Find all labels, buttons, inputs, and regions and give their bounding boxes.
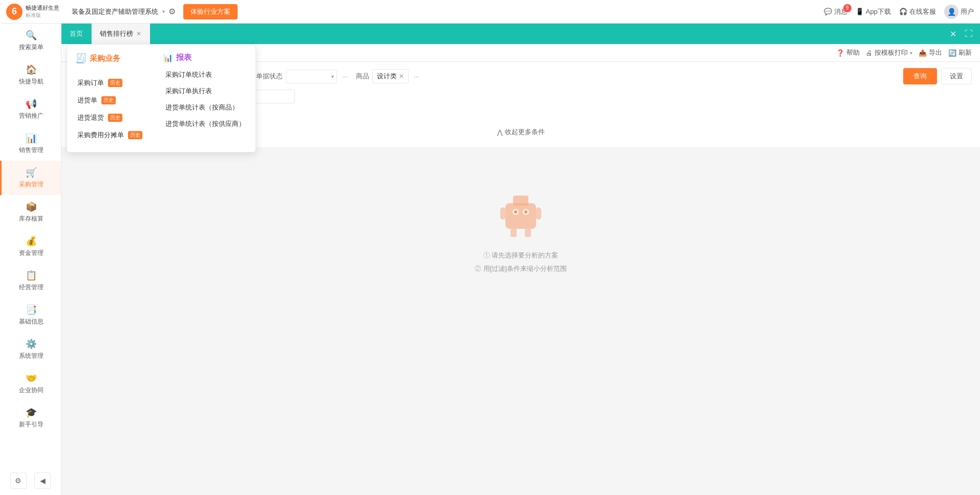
report-col-label: 报表 xyxy=(176,53,191,62)
chevron-up-icon: ⋀ xyxy=(497,128,503,136)
set-button[interactable]: 设置 xyxy=(941,68,972,84)
purchase-col-label: 采购业务 xyxy=(90,54,120,63)
sidebar-item-operation[interactable]: 📋 经营管理 xyxy=(0,264,61,298)
single-status-item: 单据状态 ··· xyxy=(256,70,350,83)
experience-button[interactable]: 体验行业方案 xyxy=(183,4,238,19)
tab-home[interactable]: 首页 xyxy=(61,24,92,44)
sidebar: 🔍 搜索菜单 🏠 快捷导航 📢 营销推广 📊 销售管理 🛒 采购管理 📦 库存核… xyxy=(0,24,61,495)
app-download-btn[interactable]: 📱 App下载 xyxy=(856,7,891,16)
tab-expand-btn[interactable]: ⛶ xyxy=(962,27,976,40)
operation-icon: 📋 xyxy=(26,270,37,281)
dropdown-item-expense[interactable]: 采购费用分摊单 历史 xyxy=(75,126,147,144)
svg-point-4 xyxy=(514,210,517,213)
svg-point-5 xyxy=(524,210,527,213)
dropdown-item-purchase-exec[interactable]: 采购订单执行表 xyxy=(163,83,247,99)
report-col-icon: 📊 xyxy=(163,53,173,62)
sidebar-item-quick[interactable]: 🏠 快捷导航 xyxy=(0,58,61,92)
sidebar-item-search[interactable]: 🔍 搜索菜单 xyxy=(0,24,61,58)
refresh-label: 刷新 xyxy=(958,48,972,57)
sidebar-item-guide[interactable]: 🎓 新手引导 xyxy=(0,401,61,435)
sidebar-label-inventory: 库存核算 xyxy=(19,214,44,223)
goods-filter-item: 商品 设计类 ✕ ··· xyxy=(356,69,421,83)
single-status-select-wrapper xyxy=(286,70,337,83)
dropdown-item-inbound-stat-goods[interactable]: 进货单统计表（按商品） xyxy=(163,99,247,116)
app-download-label: App下载 xyxy=(866,7,891,16)
tab-close-window-btn[interactable]: ✕ xyxy=(947,27,960,41)
enterprise-icon: 🤝 xyxy=(26,373,37,384)
tab-sales-rank-label: 销售排行榜 xyxy=(100,29,133,38)
sidebar-label-guide: 新手引导 xyxy=(19,420,44,429)
dropdown-item-purchase-stat[interactable]: 采购订单统计表 xyxy=(163,67,247,83)
svg-rect-8 xyxy=(510,229,517,237)
goods-tag: 设计类 ✕ xyxy=(372,69,409,83)
inbound-history-badge: 历史 xyxy=(101,96,116,104)
message-btn[interactable]: 💬 消息 9 xyxy=(824,7,847,16)
tab-sales-rank[interactable]: 销售排行榜 ✕ xyxy=(92,24,150,44)
collapse-btn[interactable]: ⋀ 收起更多条件 xyxy=(497,127,545,137)
sidebar-item-system[interactable]: ⚙️ 系统管理 xyxy=(0,332,61,367)
dropdown-item-inbound[interactable]: 进货单 历史 xyxy=(75,92,147,109)
svg-rect-1 xyxy=(513,196,528,206)
action-btns: 查询 设置 xyxy=(903,68,972,84)
sidebar-item-finance[interactable]: 💰 资金管理 xyxy=(0,229,61,264)
export-icon: 📤 xyxy=(919,49,927,57)
phone-icon: 📱 xyxy=(856,8,864,15)
sidebar-collapse-btn[interactable]: ◀ xyxy=(34,472,51,489)
sidebar-label-operation: 经营管理 xyxy=(19,283,44,292)
export-btn[interactable]: 📤 导出 xyxy=(919,48,942,57)
logo-text-area: 畅捷通好生意 标准版 xyxy=(26,4,59,18)
dropdown-item-purchase-order[interactable]: 采购订单 历史 xyxy=(75,74,147,92)
sidebar-label-system: 系统管理 xyxy=(19,352,44,360)
gear-button[interactable]: ⚙ xyxy=(165,5,179,19)
sidebar-item-basic[interactable]: 📑 基础信息 xyxy=(0,298,61,332)
single-status-select[interactable] xyxy=(286,70,337,83)
tab-close-icon[interactable]: ✕ xyxy=(136,30,141,37)
sidebar-item-enterprise[interactable]: 🤝 企业协同 xyxy=(0,367,61,401)
purchase-col: 🧾 采购业务 采购订单 历史 进货单 历史 进货退货 历史 采购费用分摊单 历史 xyxy=(75,53,147,144)
refresh-icon: 🔄 xyxy=(948,49,956,57)
sidebar-item-purchase[interactable]: 🛒 采购管理 xyxy=(0,161,61,195)
return-label: 进货退货 xyxy=(77,113,104,122)
goods-more-btn[interactable]: ··· xyxy=(412,73,421,80)
online-service-label: 在线客服 xyxy=(909,7,936,16)
sidebar-label-marketing: 营销推广 xyxy=(19,112,44,120)
tab-home-label: 首页 xyxy=(70,29,83,38)
report-col: 📊 报表 采购订单统计表 采购订单执行表 进货单统计表（按商品） 进货单统计表（… xyxy=(163,53,247,144)
dropdown-item-inbound-stat-supplier[interactable]: 进货单统计表（按供应商） xyxy=(163,116,247,132)
guide-icon: 🎓 xyxy=(26,407,37,418)
home-icon: 🏠 xyxy=(26,64,37,75)
sidebar-label-basic: 基础信息 xyxy=(19,317,44,326)
refresh-btn[interactable]: 🔄 刷新 xyxy=(948,48,972,57)
sidebar-item-marketing[interactable]: 📢 营销推广 xyxy=(0,92,61,126)
export-label: 导出 xyxy=(929,48,942,57)
single-status-more-btn[interactable]: ··· xyxy=(340,73,350,80)
sidebar-settings-btn[interactable]: ⚙ xyxy=(10,472,27,489)
user-btn[interactable]: 👤 用户 xyxy=(944,5,974,19)
sales-icon: 📊 xyxy=(26,133,37,144)
report-col-title: 📊 报表 xyxy=(163,53,247,62)
query-button[interactable]: 查询 xyxy=(903,68,937,84)
empty-illustration xyxy=(490,188,551,241)
sidebar-item-sales[interactable]: 📊 销售管理 xyxy=(0,126,61,161)
dropdown-item-return[interactable]: 进货退货 历史 xyxy=(75,109,147,126)
system-icon: ⚙️ xyxy=(26,338,37,350)
empty-tip-1: ① 请先选择要分析的方案 xyxy=(483,249,559,262)
svg-rect-6 xyxy=(500,207,505,220)
svg-rect-0 xyxy=(505,203,536,229)
goods-tag-remove[interactable]: ✕ xyxy=(399,73,404,80)
print-btn[interactable]: 🖨 按模板打印 ▾ xyxy=(866,48,912,57)
goods-tag-text: 设计类 xyxy=(377,72,397,81)
sidebar-item-inventory[interactable]: 📦 库存核算 xyxy=(0,195,61,229)
sidebar-label-finance: 资金管理 xyxy=(19,249,44,257)
message-icon: 💬 xyxy=(824,8,832,15)
header-right: 💬 消息 9 📱 App下载 🎧 在线客服 👤 用户 xyxy=(824,5,974,19)
search-icon: 🔍 xyxy=(26,30,37,41)
expense-label: 采购费用分摊单 xyxy=(77,131,124,140)
help-btn[interactable]: ❓ 帮助 xyxy=(836,48,860,57)
purchase-icon: 🛒 xyxy=(26,167,37,178)
print-chevron-icon: ▾ xyxy=(910,50,912,56)
svg-rect-9 xyxy=(525,229,531,237)
online-service-btn[interactable]: 🎧 在线客服 xyxy=(899,7,936,16)
empty-state: ① 请先选择要分析的方案 ② 用[过滤]条件来缩小分析范围 xyxy=(61,147,980,316)
tab-bar: 首页 销售排行榜 ✕ ✕ ⛶ xyxy=(61,24,980,44)
